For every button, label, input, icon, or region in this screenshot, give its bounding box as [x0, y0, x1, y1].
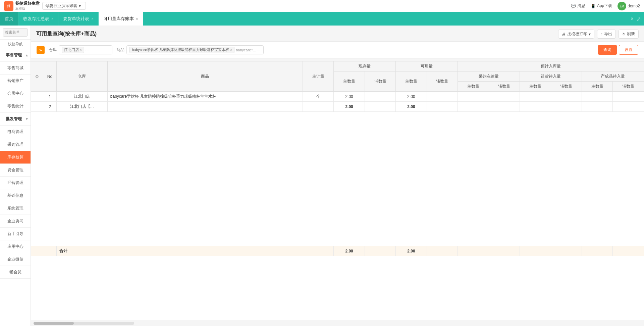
tab-receipt-summary-close[interactable]: ×	[51, 17, 53, 21]
cell-settings	[31, 92, 43, 102]
sidebar-item-enterprise-wechat[interactable]: 企业微信	[0, 253, 31, 266]
th-purchase-in-transit: 采购在途量	[458, 72, 520, 82]
filter-expand-btn[interactable]: »	[37, 46, 45, 54]
cell-purchase-aux	[489, 92, 520, 102]
warehouse-tag-jiangbei: 江北门店 ×	[62, 47, 84, 53]
product-ellipsis-btn[interactable]: ···	[258, 48, 261, 52]
sidebar-item-enterprise-wechat-label: 企业微信	[2, 257, 29, 262]
sidebar-item-new-guide-label: 新手引导	[2, 231, 29, 237]
cell-warehouse: 江北门店	[57, 92, 108, 102]
chevron-down-icon: ▾	[589, 32, 591, 37]
page-title: 可用量查询(按仓库+商品)	[36, 31, 97, 38]
message-label: 消息	[577, 3, 585, 9]
tab-home-label: 首页	[5, 16, 13, 22]
filter-actions: 查询 设置	[598, 45, 638, 55]
cell-current-main: 2.00	[334, 92, 365, 102]
product-tag-close[interactable]: ×	[230, 48, 232, 52]
refresh-btn[interactable]: ↻ 刷新	[619, 30, 639, 39]
gear-icon[interactable]: ⚙	[35, 74, 39, 79]
cell-settings	[31, 102, 43, 112]
sidebar-item-retail-stats-label: 零售统计	[2, 103, 29, 109]
nav-tabs: 首页 收发存汇总表 × 要货单统计表 × 可用量库存账本 × × ⤢	[0, 12, 644, 26]
sidebar-item-wholesale-mgmt[interactable]: 批发管理 ▼	[0, 113, 31, 126]
warehouse-tag-area[interactable]: 江北门店 × ···	[59, 45, 112, 54]
sidebar-item-retail-stats[interactable]: 零售统计	[0, 100, 31, 113]
export-label: 导出	[604, 31, 612, 37]
printer-icon: 🖨	[562, 32, 566, 37]
cell-summary-empty2	[43, 246, 57, 256]
cell-summary-p1	[458, 246, 489, 256]
scrollbar-thumb[interactable]	[34, 322, 74, 325]
app-download-label: App下载	[597, 3, 612, 9]
th-settings: ⚙	[31, 61, 43, 92]
sidebar-item-enterprise-collab[interactable]: 企业协同	[0, 215, 31, 228]
sidebar-item-retail-mgmt[interactable]: 零售管理 ▲	[0, 49, 31, 62]
cell-product-main	[582, 92, 613, 102]
sidebar-item-operations-mgmt[interactable]: 经营管理	[0, 177, 31, 189]
sidebar-item-inventory-check[interactable]: 库存核算	[0, 151, 31, 164]
cell-summary-p4	[551, 246, 582, 256]
cell-purchase-main	[458, 92, 489, 102]
sidebar-item-retail-mall-label: 零售商城	[2, 65, 29, 71]
th-goods-arrival: 进货待入量	[520, 72, 582, 82]
th-available: 可用量	[396, 61, 458, 72]
top-bar-left: 好 畅捷通好生意 标准版 母婴行业演示账套 ▾	[4, 1, 86, 11]
cell-available-aux	[427, 102, 458, 112]
sidebar-item-new-guide[interactable]: 新手引导	[0, 228, 31, 240]
product-filter-label: 商品	[116, 47, 124, 53]
cell-main-unit: 个	[303, 92, 333, 102]
template-print-label: 按模板打印	[567, 31, 587, 37]
sidebar-item-purchase-mgmt[interactable]: 采购管理	[0, 138, 31, 151]
cell-product-main	[582, 102, 613, 112]
export-icon: ↑	[601, 32, 603, 37]
user-profile[interactable]: Ea demo2	[618, 2, 640, 10]
app-download-btn[interactable]: 📱 App下载	[591, 3, 612, 9]
sidebar-item-marketing[interactable]: 营销推广	[0, 75, 31, 87]
main-layout: 搜索菜单 快捷导航 零售管理 ▲ 零售商城 营销推广 会员中心 零售统计 批发管…	[0, 26, 644, 326]
nav-close-all-btn[interactable]: ×	[631, 16, 634, 22]
scrollbar-track[interactable]	[34, 322, 134, 325]
th-product-arrival: 产成品待入量	[582, 72, 644, 82]
sidebar-item-basic-info[interactable]: 基础信息	[0, 189, 31, 202]
th-available-main-qty: 主数量	[396, 72, 427, 92]
cell-purchase-main	[458, 102, 489, 112]
tab-available-inventory-close[interactable]: ×	[136, 17, 138, 21]
sidebar-item-members[interactable]: 会员中心	[0, 87, 31, 100]
th-product-main-qty: 主数量	[582, 82, 613, 92]
nav-fullscreen-btn[interactable]: ⤢	[636, 16, 641, 22]
sidebar-item-ecommerce[interactable]: 电商管理	[0, 126, 31, 138]
export-btn[interactable]: ↑ 导出	[597, 30, 616, 39]
th-purchase-main-qty: 主数量	[458, 82, 489, 92]
sidebar-item-member-vip[interactable]: 畅会员	[0, 266, 31, 279]
tab-receipt-summary[interactable]: 收发存汇总表 ×	[18, 12, 58, 26]
template-print-btn[interactable]: 🖨 按模板打印 ▾	[558, 30, 594, 39]
chevron-down-icon: ▼	[25, 117, 29, 121]
refresh-icon: ↻	[622, 32, 626, 37]
th-current-aux-qty: 辅数量	[365, 72, 395, 92]
message-icon: 💬	[571, 4, 576, 8]
logo-area: 好 畅捷通好生意 标准版	[4, 1, 40, 11]
sidebar-item-operations-mgmt-label: 经营管理	[2, 180, 29, 186]
tab-order-stats[interactable]: 要货单统计表 ×	[58, 12, 98, 26]
warehouse-tag-close[interactable]: ×	[80, 48, 82, 52]
app-icon: 📱	[591, 4, 596, 8]
sidebar-item-finance-mgmt[interactable]: 资金管理	[0, 164, 31, 177]
cell-summary-available-aux	[427, 246, 458, 256]
query-btn[interactable]: 查询	[598, 45, 617, 55]
cell-summary-current-main: 2.00	[334, 246, 365, 256]
sidebar-item-system-mgmt[interactable]: 系统管理	[0, 202, 31, 215]
industry-select[interactable]: 母婴行业演示账套 ▾	[42, 2, 86, 10]
search-menu-btn[interactable]: 搜索菜单	[3, 28, 28, 37]
warehouse-more-btn[interactable]: ···	[86, 48, 89, 52]
sidebar-item-app-center[interactable]: 应用中心	[0, 240, 31, 253]
tab-home[interactable]: 首页	[0, 12, 18, 26]
product-tag-area[interactable]: babycare学饮杯 儿童防摔防撞吸管杯重力球吸嘴杯宝宝水杯 × babyca…	[126, 45, 264, 54]
tab-order-stats-close[interactable]: ×	[91, 17, 93, 21]
sidebar-quick-nav[interactable]: 快捷导航	[0, 40, 31, 49]
sidebar-item-retail-mall[interactable]: 零售商城	[0, 62, 31, 75]
message-btn[interactable]: 💬 消息	[571, 3, 585, 9]
table-row: 1 江北门店 babycare学饮杯 儿童防摔防撞吸管杯重力球吸嘴杯宝宝水杯 个…	[31, 92, 644, 102]
settings-btn[interactable]: 设置	[619, 45, 638, 55]
sidebar-item-ecommerce-label: 电商管理	[2, 129, 29, 135]
tab-available-inventory[interactable]: 可用量库存账本 ×	[99, 12, 143, 26]
